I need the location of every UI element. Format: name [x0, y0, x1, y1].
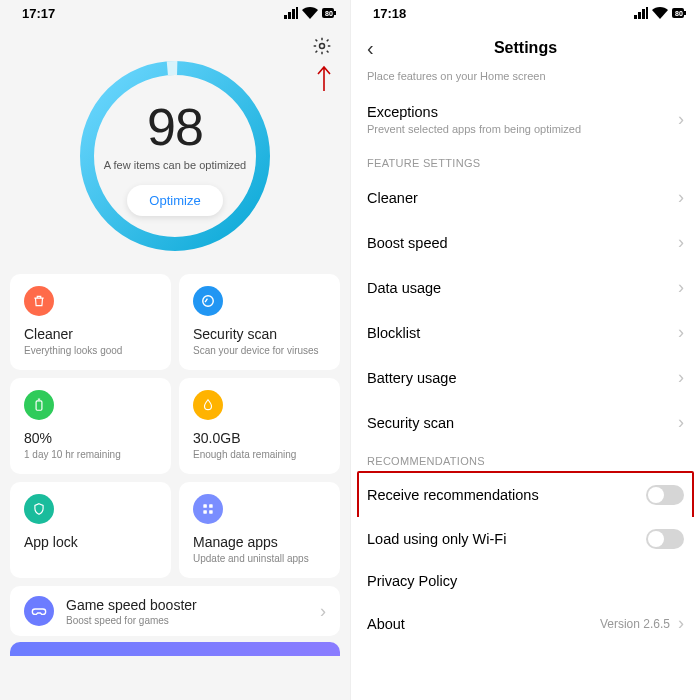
- row-title: About: [367, 616, 405, 632]
- row-title: Cleaner: [367, 190, 418, 206]
- signal-icon: [284, 7, 298, 19]
- svg-rect-11: [209, 510, 213, 514]
- home-screen-sub: Place features on your Home screen: [351, 70, 700, 92]
- card-data[interactable]: 30.0GB Enough data remaining: [179, 378, 340, 474]
- card-sub: Scan your device for viruses: [193, 345, 326, 356]
- row-title: Boost speed: [367, 235, 448, 251]
- card-title: App lock: [24, 534, 157, 550]
- hero-area: 98 A few items can be optimized Optimize: [0, 26, 350, 256]
- arrow-up-icon: [316, 64, 332, 92]
- page-title: Settings: [351, 39, 700, 57]
- section-feature-settings: FEATURE SETTINGS: [351, 147, 700, 175]
- status-time: 17:17: [22, 6, 55, 21]
- version-label: Version 2.6.5: [600, 617, 670, 631]
- chevron-right-icon: ›: [678, 367, 684, 388]
- grid-icon: [193, 494, 223, 524]
- card-manage-apps[interactable]: Manage apps Update and uninstall apps: [179, 482, 340, 578]
- feature-grid: Cleaner Everything looks good Security s…: [0, 256, 350, 586]
- chevron-right-icon: ›: [678, 187, 684, 208]
- card-sub: Enough data remaining: [193, 449, 326, 460]
- row-cleaner[interactable]: Cleaner›: [351, 175, 700, 220]
- row-sub: Prevent selected apps from being optimiz…: [367, 123, 581, 135]
- row-boost-speed[interactable]: Boost speed›: [351, 220, 700, 265]
- row-title: Receive recommendations: [367, 487, 539, 503]
- battery-icon: [24, 390, 54, 420]
- svg-rect-9: [209, 504, 213, 508]
- chevron-right-icon: ›: [678, 109, 684, 130]
- card-cleaner[interactable]: Cleaner Everything looks good: [10, 274, 171, 370]
- wifi-icon: [652, 7, 668, 19]
- svg-text:80: 80: [325, 10, 333, 17]
- row-load-wifi-only[interactable]: Load using only Wi-Fi: [351, 517, 700, 561]
- status-icons: 80: [284, 7, 336, 19]
- card-title: 30.0GB: [193, 430, 326, 446]
- card-app-lock[interactable]: App lock: [10, 482, 171, 578]
- status-bar: 17:17 80: [0, 0, 350, 26]
- svg-point-6: [203, 296, 214, 307]
- section-recommendations: RECOMMENDATIONS: [351, 445, 700, 473]
- svg-rect-13: [684, 11, 686, 15]
- row-title: Exceptions: [367, 104, 581, 120]
- card-security-scan[interactable]: Security scan Scan your device for virus…: [179, 274, 340, 370]
- settings-button[interactable]: [312, 36, 332, 60]
- card-title: Manage apps: [193, 534, 326, 550]
- svg-point-3: [320, 44, 325, 49]
- row-blocklist[interactable]: Blocklist›: [351, 310, 700, 355]
- row-privacy-policy[interactable]: Privacy Policy: [351, 561, 700, 601]
- card-title: Cleaner: [24, 326, 157, 342]
- chevron-right-icon: ›: [678, 277, 684, 298]
- svg-rect-10: [203, 510, 207, 514]
- chevron-right-icon: ›: [678, 613, 684, 634]
- annotation-arrow: [316, 64, 332, 96]
- card-sub: 1 day 10 hr remaining: [24, 449, 157, 460]
- chevron-right-icon: ›: [320, 601, 326, 622]
- gamepad-icon: [24, 596, 54, 626]
- row-title: Privacy Policy: [367, 573, 457, 589]
- card-sub: Boost speed for games: [66, 615, 308, 626]
- row-battery-usage[interactable]: Battery usage›: [351, 355, 700, 400]
- row-security-scan[interactable]: Security scan›: [351, 400, 700, 445]
- row-title: Security scan: [367, 415, 454, 431]
- row-about[interactable]: About Version 2.6.5 ›: [351, 601, 700, 646]
- card-title: 80%: [24, 430, 157, 446]
- back-button[interactable]: ‹: [367, 37, 374, 60]
- row-title: Load using only Wi-Fi: [367, 531, 506, 547]
- row-title: Data usage: [367, 280, 441, 296]
- scan-icon: [193, 286, 223, 316]
- ring-graphic: [75, 56, 275, 256]
- row-data-usage[interactable]: Data usage›: [351, 265, 700, 310]
- wifi-icon: [302, 7, 318, 19]
- row-receive-recommendations[interactable]: Receive recommendations: [351, 473, 700, 517]
- score-ring-wrap: 98 A few items can be optimized Optimize: [12, 32, 338, 256]
- card-game-booster[interactable]: Game speed booster Boost speed for games…: [10, 586, 340, 636]
- row-title: Battery usage: [367, 370, 456, 386]
- toggle-receive-recommendations[interactable]: [646, 485, 684, 505]
- card-sub: Everything looks good: [24, 345, 157, 356]
- chevron-right-icon: ›: [678, 232, 684, 253]
- card-sub: Update and uninstall apps: [193, 553, 326, 564]
- row-title: Blocklist: [367, 325, 420, 341]
- trash-icon: [24, 286, 54, 316]
- svg-rect-1: [334, 11, 336, 15]
- header: ‹ Settings: [351, 26, 700, 70]
- battery-icon: 80: [322, 7, 336, 19]
- signal-icon: [634, 7, 648, 19]
- shield-icon: [24, 494, 54, 524]
- battery-icon: 80: [672, 7, 686, 19]
- status-time: 17:18: [373, 6, 406, 21]
- toggle-wifi-only[interactable]: [646, 529, 684, 549]
- svg-rect-7: [36, 401, 42, 410]
- chevron-right-icon: ›: [678, 322, 684, 343]
- settings-screen: 17:18 80 ‹ Settings Place features on yo…: [350, 0, 700, 700]
- score-ring: 98 A few items can be optimized Optimize: [75, 56, 275, 256]
- row-exceptions[interactable]: Exceptions Prevent selected apps from be…: [351, 92, 700, 147]
- drop-icon: [193, 390, 223, 420]
- card-title: Security scan: [193, 326, 326, 342]
- card-battery[interactable]: 80% 1 day 10 hr remaining: [10, 378, 171, 474]
- chevron-right-icon: ›: [678, 412, 684, 433]
- status-bar: 17:18 80: [351, 0, 700, 26]
- svg-text:80: 80: [675, 10, 683, 17]
- status-icons: 80: [634, 7, 686, 19]
- gear-icon: [312, 36, 332, 56]
- svg-point-4: [87, 68, 263, 244]
